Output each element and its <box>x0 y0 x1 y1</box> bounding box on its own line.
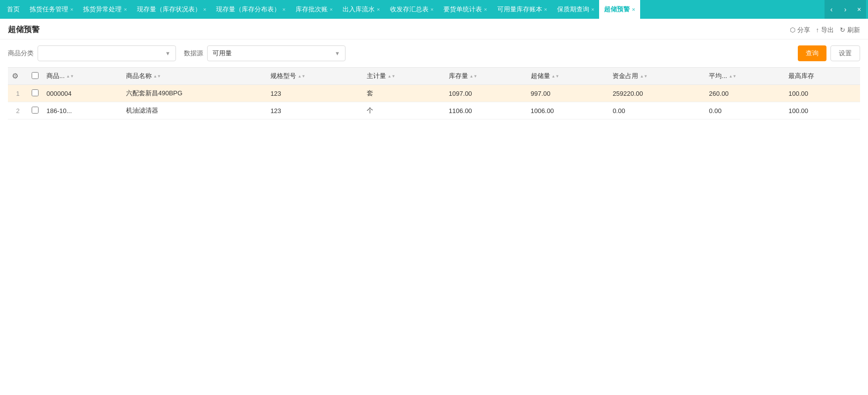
cell-capital: 259220.00 <box>608 85 705 102</box>
nav-tab-task-mgmt[interactable]: 拣货任务管理 × <box>25 0 78 19</box>
close-tab-collect[interactable]: × <box>431 6 434 12</box>
settings-gear-icon[interactable]: ⚙ <box>12 72 18 80</box>
sort-spec-icon: ▲▼ <box>298 74 305 79</box>
close-tab-task-mgmt[interactable]: × <box>70 6 73 12</box>
cell-max-stock: 100.00 <box>784 85 860 102</box>
export-action[interactable]: ↑ 导出 <box>816 26 834 35</box>
th-product-code[interactable]: 商品... ▲▼ <box>43 68 122 85</box>
cell-max-stock: 100.00 <box>784 102 860 119</box>
th-settings: ⚙ <box>8 68 28 85</box>
sort-capital-icon: ▲▼ <box>640 74 648 79</box>
nav-tab-available-account[interactable]: 可用量库存账本 × <box>492 0 552 19</box>
filter-actions: 查询 设置 <box>798 45 860 61</box>
cell-unit: 套 <box>363 85 445 102</box>
page-content: 超储预警 ⬡ 分享 ↑ 导出 ↻ 刷新 商品分类 ▼ 数据源 <box>0 19 868 395</box>
close-tab-available-account[interactable]: × <box>544 6 547 12</box>
row-num: 2 <box>8 102 28 119</box>
table-row: 2 186-10... 机油滤清器 123 个 1106.00 1006.00 … <box>8 102 860 119</box>
cell-product-name: 六配套新昌490BPG <box>122 85 266 102</box>
nav-arrow-left[interactable]: ‹ <box>825 0 838 19</box>
th-spec[interactable]: 规格型号 ▲▼ <box>266 68 363 85</box>
header-actions: ⬡ 分享 ↑ 导出 ↻ 刷新 <box>790 26 861 35</box>
table-container: ⚙ 商品... ▲▼ 商品名称 ▲▼ <box>0 67 868 119</box>
close-tab-batch[interactable]: × <box>330 6 333 12</box>
category-label: 商品分类 <box>8 49 34 58</box>
row-checkbox[interactable] <box>32 89 39 96</box>
cell-avg: 0.00 <box>705 102 784 119</box>
nav-tab-collect[interactable]: 收发存汇总表 × <box>385 0 438 19</box>
nav-arrow-close[interactable]: × <box>852 0 866 19</box>
th-avg[interactable]: 平均... ▲▼ <box>705 68 784 85</box>
datasource-select-value: 可用量 <box>213 49 232 58</box>
nav-tab-overstock-warning[interactable]: 超储预警 × <box>599 0 640 19</box>
cell-overstock: 997.00 <box>527 85 609 102</box>
th-checkbox <box>28 68 43 85</box>
cell-spec: 123 <box>266 85 363 102</box>
cell-unit: 个 <box>363 102 445 119</box>
query-button[interactable]: 查询 <box>798 45 826 61</box>
datasource-select[interactable]: 可用量 ▼ <box>207 45 346 61</box>
sort-inventory-icon: ▲▼ <box>470 74 477 79</box>
select-all-checkbox[interactable] <box>32 72 39 79</box>
nav-tab-abnormal[interactable]: 拣货异常处理 × <box>78 0 131 19</box>
refresh-action[interactable]: ↻ 刷新 <box>840 26 860 35</box>
share-action[interactable]: ⬡ 分享 <box>790 26 810 35</box>
top-nav: 首页 拣货任务管理 × 拣货异常处理 × 现存量（库存状况表） × 现存量（库存… <box>0 0 868 19</box>
row-checkbox-cell <box>28 85 43 102</box>
table-row: 1 0000004 六配套新昌490BPG 123 套 1097.00 997.… <box>8 85 860 102</box>
cell-inventory: 1106.00 <box>445 102 527 119</box>
close-tab-quality-check[interactable]: × <box>591 6 594 12</box>
cell-inventory: 1097.00 <box>445 85 527 102</box>
nav-tab-inventory-status[interactable]: 现存量（库存状况表） × <box>132 0 211 19</box>
category-select[interactable]: ▼ <box>38 45 176 61</box>
cell-capital: 0.00 <box>608 102 705 119</box>
th-max-stock[interactable]: 最高库存 <box>784 68 860 85</box>
table-header-row: ⚙ 商品... ▲▼ 商品名称 ▲▼ <box>8 68 860 85</box>
th-product-name[interactable]: 商品名称 ▲▼ <box>122 68 266 85</box>
export-icon: ↑ <box>816 26 820 34</box>
nav-tab-inout-flow[interactable]: 出入库流水 × <box>338 0 385 19</box>
sort-avg-icon: ▲▼ <box>729 74 737 79</box>
cell-product-name: 机油滤清器 <box>122 102 266 119</box>
close-tab-overstock-warning[interactable]: × <box>632 6 635 12</box>
row-checkbox[interactable] <box>32 107 39 114</box>
nav-tab-inventory-dist[interactable]: 现存量（库存分布表） × <box>211 0 290 19</box>
th-unit[interactable]: 主计量 ▲▼ <box>363 68 445 85</box>
th-capital[interactable]: 资金占用 ▲▼ <box>608 68 705 85</box>
sort-product-code-icon: ▲▼ <box>66 74 74 79</box>
nav-tab-batch[interactable]: 库存批次账 × <box>291 0 338 19</box>
cell-spec: 123 <box>266 102 363 119</box>
row-num: 1 <box>8 85 28 102</box>
refresh-icon: ↻ <box>840 26 845 34</box>
nav-tab-order-stats[interactable]: 要货单统计表 × <box>438 0 492 19</box>
settings-button[interactable]: 设置 <box>830 45 860 61</box>
th-overstock[interactable]: 超储量 ▲▼ <box>527 68 609 85</box>
data-table: ⚙ 商品... ▲▼ 商品名称 ▲▼ <box>8 67 860 119</box>
close-tab-abnormal[interactable]: × <box>124 6 127 12</box>
datasource-dropdown-icon: ▼ <box>335 50 340 56</box>
sort-unit-icon: ▲▼ <box>388 74 395 79</box>
datasource-label: 数据源 <box>184 49 203 58</box>
nav-arrows: ‹ › × <box>825 0 866 19</box>
category-dropdown-icon: ▼ <box>165 50 171 56</box>
table-body: 1 0000004 六配套新昌490BPG 123 套 1097.00 997.… <box>8 85 860 119</box>
sort-overstock-icon: ▲▼ <box>552 74 560 79</box>
share-icon: ⬡ <box>790 26 795 34</box>
close-tab-inventory-dist[interactable]: × <box>282 6 285 12</box>
cell-overstock: 1006.00 <box>527 102 609 119</box>
cell-avg: 260.00 <box>705 85 784 102</box>
close-tab-inventory-status[interactable]: × <box>203 6 206 12</box>
sort-product-name-icon: ▲▼ <box>153 74 161 79</box>
close-tab-order-stats[interactable]: × <box>484 6 487 12</box>
cell-product-code: 0000004 <box>43 85 122 102</box>
nav-arrow-right[interactable]: › <box>838 0 852 19</box>
row-checkbox-cell <box>28 102 43 119</box>
filter-bar: 商品分类 ▼ 数据源 可用量 ▼ 查询 设置 <box>0 40 868 67</box>
nav-tab-quality-check[interactable]: 保质期查询 × <box>552 0 599 19</box>
th-inventory[interactable]: 库存量 ▲▼ <box>445 68 527 85</box>
page-header: 超储预警 ⬡ 分享 ↑ 导出 ↻ 刷新 <box>0 19 868 40</box>
nav-tab-home[interactable]: 首页 <box>2 0 25 19</box>
page-title: 超储预警 <box>8 25 40 35</box>
datasource-filter: 数据源 可用量 ▼ <box>184 45 346 61</box>
close-tab-inout-flow[interactable]: × <box>377 6 380 12</box>
